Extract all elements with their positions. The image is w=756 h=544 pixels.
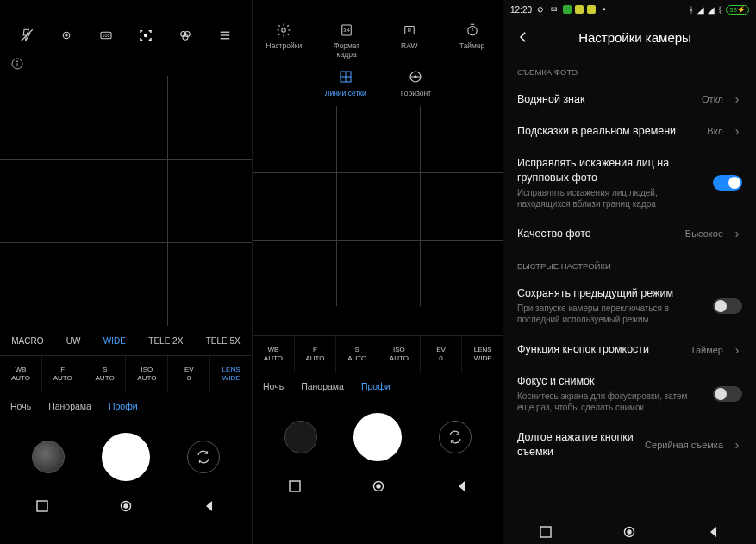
param-ev[interactable]: EV0	[421, 336, 463, 372]
zoom-tele5x[interactable]: TELE 5X	[206, 336, 241, 346]
signal-icon: ◢	[708, 5, 715, 15]
camera-viewfinder[interactable]	[0, 76, 252, 326]
param-wb[interactable]: WBAUTO	[253, 336, 295, 372]
row-prevmode[interactable]: Сохранять предыдущий режим При запуске к…	[503, 278, 756, 334]
param-f[interactable]: FAUTO	[42, 356, 84, 392]
bluetooth-icon: ᚼ	[689, 5, 694, 15]
shutter-button[interactable]	[353, 413, 402, 461]
svg-point-14	[16, 61, 17, 62]
quick-raw[interactable]: R RAW	[387, 22, 432, 59]
nav-back-icon[interactable]	[203, 499, 216, 513]
zoom-uw[interactable]: UW	[66, 336, 81, 346]
toggle-facefix[interactable]	[713, 175, 742, 191]
pro-params-row: WBAUTO FAUTO SAUTO ISOAUTO EV0 LENSWIDE	[0, 356, 252, 392]
settings-title: Настройки камеры	[541, 30, 728, 45]
horizon-option[interactable]: Горизонт	[401, 69, 431, 97]
nav-home-icon[interactable]	[622, 525, 636, 539]
nav-back-icon[interactable]	[707, 525, 721, 539]
mode-pro[interactable]: Профи	[361, 381, 390, 391]
menu-icon[interactable]	[216, 26, 234, 45]
mode-panorama[interactable]: Панорама	[301, 381, 344, 391]
switch-camera-button[interactable]	[187, 441, 220, 473]
row-volbtn[interactable]: Функция кнопок громкости Таймер ›	[503, 334, 756, 366]
dnd-icon: ⊘	[535, 4, 546, 15]
zoom-wide[interactable]: WIDE	[103, 336, 126, 346]
svg-point-17	[124, 504, 128, 508]
pro-params-row: WBAUTO FAUTO SAUTO ISOAUTO EV0 LENSWIDE	[253, 336, 503, 372]
mode-pro[interactable]: Профи	[109, 401, 138, 411]
toggle-prevmode[interactable]	[713, 298, 742, 314]
settings-header: Настройки камеры	[503, 19, 756, 55]
nav-recents-icon[interactable]	[288, 479, 302, 493]
camera-viewfinder[interactable]	[253, 106, 503, 306]
param-f[interactable]: FAUTO	[295, 336, 337, 372]
svg-text:R: R	[408, 28, 412, 33]
mode-panorama[interactable]: Панорама	[48, 401, 91, 411]
param-iso[interactable]: ISOAUTO	[126, 356, 168, 392]
android-navbar	[0, 494, 252, 518]
svg-rect-32	[290, 481, 300, 491]
quick-timer[interactable]: Таймер	[450, 22, 495, 59]
param-wb[interactable]: WBAUTO	[0, 356, 42, 392]
focus-icon[interactable]	[136, 26, 155, 45]
param-s[interactable]: SAUTO	[336, 336, 378, 372]
row-tapfocus[interactable]: Фокус и снимок Коснитесь экрана для фоку…	[503, 366, 756, 422]
quick-aspect[interactable]: 3:4 Формат кадра	[324, 22, 369, 59]
svg-point-34	[377, 485, 380, 488]
nav-recents-icon[interactable]	[35, 499, 49, 513]
zoom-macro[interactable]: MACRO	[11, 336, 43, 346]
mail-icon: ✉	[549, 4, 559, 15]
resolution-icon[interactable]: 108	[97, 26, 116, 45]
svg-point-18	[282, 28, 286, 33]
nav-home-icon[interactable]	[119, 499, 133, 513]
switch-camera-button[interactable]	[439, 421, 472, 453]
toggle-tapfocus[interactable]	[713, 386, 742, 402]
gridlines-option[interactable]: Линии сетки	[325, 69, 366, 97]
zoom-tele2x[interactable]: TELE 2X	[148, 336, 183, 346]
hdr-icon[interactable]	[57, 26, 76, 45]
param-ev[interactable]: EV0	[168, 356, 210, 392]
camera-mode-selector[interactable]: Ночь Панорама Профи	[0, 392, 252, 420]
chevron-right-icon: ›	[732, 124, 742, 138]
info-button[interactable]	[0, 52, 252, 76]
flash-icon[interactable]	[17, 26, 36, 45]
param-s[interactable]: SAUTO	[84, 356, 127, 392]
back-button[interactable]	[515, 29, 531, 45]
filter-icon[interactable]	[176, 26, 195, 45]
shutter-button[interactable]	[102, 433, 150, 481]
svg-point-31	[415, 76, 416, 78]
svg-rect-35	[540, 527, 551, 537]
wifi-icon: ⧙	[718, 5, 722, 15]
camera-pro-panel-2: Настройки 3:4 Формат кадра R RAW Таймер …	[252, 0, 503, 544]
section-photo: СЪЕМКА ФОТО	[503, 55, 756, 84]
quick-options-row: Настройки 3:4 Формат кадра R RAW Таймер	[253, 19, 503, 59]
camera-top-toolbar: 108	[0, 19, 252, 52]
camera-mode-selector[interactable]: Ночь Панорама Профи	[253, 372, 503, 400]
svg-point-37	[628, 530, 631, 534]
row-longpress[interactable]: Долгое нажатие кнопки съемки Серийная съ…	[503, 422, 756, 468]
row-facefix[interactable]: Исправлять искажения лиц на групповых фо…	[503, 147, 756, 218]
row-watermark[interactable]: Водяной знак Откл ›	[503, 84, 756, 116]
row-hints[interactable]: Подсказки в реальном времени Вкл ›	[503, 116, 756, 147]
camera-settings-panel: 12:20 ⊘ ✉ • ᚼ ◢ ◢ ⧙ 38⚡ Настройки камеры…	[503, 0, 756, 544]
svg-text:3:4: 3:4	[343, 28, 349, 33]
row-quality[interactable]: Качество фото Высокое ›	[503, 218, 756, 250]
gallery-thumbnail[interactable]	[32, 441, 65, 473]
param-lens[interactable]: LENSWIDE	[210, 356, 252, 392]
nav-recents-icon[interactable]	[539, 525, 553, 539]
more-icon: •	[599, 4, 609, 15]
gridline-options: Линии сетки Горизонт	[253, 59, 503, 106]
nav-back-icon[interactable]	[455, 479, 469, 493]
param-lens[interactable]: LENSWIDE	[462, 336, 503, 372]
battery-icon: 38⚡	[726, 5, 749, 15]
camera-pro-panel-1: 108 MACRO UW WIDE TELE 2X TELE 5X WBAUTO…	[0, 0, 252, 544]
section-quick: БЫСТРЫЕ НАСТРОЙКИ	[503, 249, 756, 278]
android-navbar	[503, 520, 756, 544]
nav-home-icon[interactable]	[372, 479, 385, 493]
mode-night[interactable]: Ночь	[10, 401, 31, 411]
gallery-thumbnail[interactable]	[284, 421, 317, 453]
signal-icon: ◢	[697, 5, 704, 15]
param-iso[interactable]: ISOAUTO	[378, 336, 421, 372]
quick-settings[interactable]: Настройки	[261, 22, 306, 59]
mode-night[interactable]: Ночь	[263, 381, 284, 391]
